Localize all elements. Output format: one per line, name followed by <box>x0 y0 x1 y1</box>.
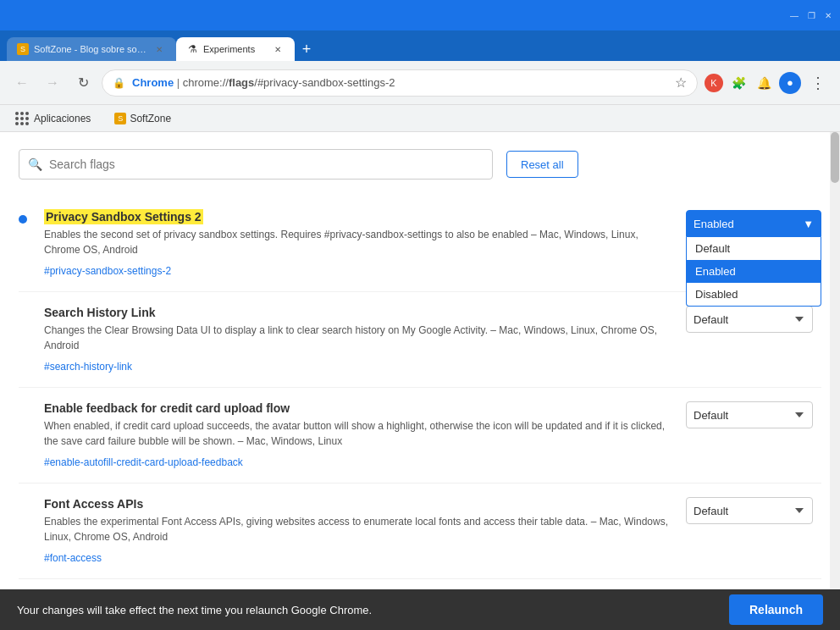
new-tab-button[interactable]: + <box>295 37 318 61</box>
flag-link-credit-card[interactable]: #enable-autofill-credit-card-upload-feed… <box>44 456 243 468</box>
flag-select-font-access[interactable]: Default Enabled Disabled <box>686 497 813 524</box>
window-controls: — ❐ ✕ <box>789 10 833 20</box>
flag-title-credit-card: Enable feedback for credit card upload f… <box>44 401 672 415</box>
tab-favicon-softzone: S <box>17 43 29 55</box>
dropdown-option-enabled[interactable]: Enabled <box>687 260 821 283</box>
flag-dot-col-3 <box>19 401 30 403</box>
flag-dot-privacy-sandbox <box>19 215 27 224</box>
flag-title-search-history: Search History Link <box>44 306 672 319</box>
chrome-menu-button[interactable]: ⋮ <box>806 71 830 95</box>
flag-link-font-access[interactable]: #font-access <box>44 552 102 564</box>
flag-item-privacy-sandbox: Privacy Sandbox Settings 2 Enables the s… <box>19 196 821 292</box>
address-bar[interactable]: 🔒 Chrome | chrome://flags/#privacy-sandb… <box>102 69 698 97</box>
extensions-icon[interactable]: 🧩 <box>728 73 749 93</box>
kaspersky-icon[interactable]: K <box>705 74 723 92</box>
address-text: Chrome | chrome://flags/#privacy-sandbox… <box>132 76 668 89</box>
address-url: chrome://flags/#privacy-sandbox-settings… <box>183 76 395 89</box>
scroll-thumb[interactable] <box>831 132 839 183</box>
flag-title-text-privacy-sandbox: Privacy Sandbox Settings 2 <box>44 209 203 224</box>
search-bar-row: 🔍 Reset all <box>19 149 821 180</box>
search-icon: 🔍 <box>28 158 42 171</box>
reload-button[interactable]: ↻ <box>71 71 95 95</box>
flag-control-privacy-sandbox: Enabled ▼ Default Enabled Disabled <box>686 210 821 237</box>
title-bar: — ❐ ✕ <box>0 0 840 30</box>
flag-content-font-access: Font Access APIs Enables the experimenta… <box>44 497 672 565</box>
flag-desc-search-history: Changes the Clear Browsing Data UI to di… <box>44 323 672 353</box>
bookmark-softzone[interactable]: S SoftZone <box>109 111 176 126</box>
back-button[interactable]: ← <box>10 71 34 95</box>
flag-item-font-access: Font Access APIs Enables the experimenta… <box>19 484 821 579</box>
dropdown-current-value: Enabled <box>694 218 734 230</box>
flag-control-credit-card[interactable]: Default Enabled Disabled <box>686 401 821 428</box>
reset-all-button[interactable]: Reset all <box>506 151 578 178</box>
flag-dropdown-menu-privacy-sandbox: Default Enabled Disabled <box>686 237 821 307</box>
tab-close-softzone[interactable]: ✕ <box>152 42 166 56</box>
flag-select-search-history[interactable]: Default Enabled Disabled <box>686 306 813 333</box>
flag-title-privacy-sandbox: Privacy Sandbox Settings 2 <box>44 210 672 224</box>
flags-container: 🔍 Reset all Privacy Sandbox Settings 2 E… <box>5 132 835 589</box>
tab-label-softzone: SoftZone - Blog sobre software, ... <box>34 44 147 54</box>
restore-button[interactable]: ❐ <box>806 10 816 20</box>
softzone-favicon: S <box>114 113 126 124</box>
flag-desc-credit-card: When enabled, if credit card upload succ… <box>44 418 672 449</box>
address-protocol: Chrome <box>132 76 174 89</box>
dropdown-chevron-icon: ▼ <box>803 218 814 230</box>
flag-control-font-access[interactable]: Default Enabled Disabled <box>686 497 821 524</box>
close-button[interactable]: ✕ <box>823 10 833 20</box>
dropdown-option-disabled[interactable]: Disabled <box>687 283 821 306</box>
tabs-row: S SoftZone - Blog sobre software, ... ✕ … <box>0 30 840 61</box>
flag-content-privacy-sandbox: Privacy Sandbox Settings 2 Enables the s… <box>44 210 672 278</box>
notifications-icon[interactable]: 🔔 <box>754 73 774 93</box>
tab-favicon-experiments: ⚗ <box>186 43 198 55</box>
flag-dropdown-trigger-privacy-sandbox[interactable]: Enabled ▼ <box>686 210 821 237</box>
flag-desc-font-access: Enables the experimental Font Access API… <box>44 514 672 544</box>
tab-close-experiments[interactable]: ✕ <box>271 42 285 56</box>
forward-button[interactable]: → <box>41 71 64 95</box>
dropdown-option-default[interactable]: Default <box>687 237 821 260</box>
minimize-button[interactable]: — <box>789 10 799 20</box>
bottom-message: Your changes will take effect the next t… <box>17 604 372 616</box>
page-content: 🔍 Reset all Privacy Sandbox Settings 2 E… <box>0 132 840 589</box>
tab-softzone[interactable]: S SoftZone - Blog sobre software, ... ✕ <box>7 37 176 61</box>
bookmarks-bar: Aplicaciones S SoftZone <box>0 105 840 132</box>
flag-dot-col <box>19 210 30 224</box>
flag-select-credit-card[interactable]: Default Enabled Disabled <box>686 401 813 428</box>
bookmark-apps[interactable]: Aplicaciones <box>10 110 96 127</box>
address-separator: | <box>177 76 183 89</box>
bookmark-apps-label: Aplicaciones <box>34 113 91 124</box>
search-input-wrapper[interactable]: 🔍 <box>19 149 493 180</box>
address-bar-row: ← → ↻ 🔒 Chrome | chrome://flags/#privacy… <box>0 61 840 105</box>
flag-desc-privacy-sandbox: Enables the second set of privacy sandbo… <box>44 227 672 257</box>
flag-title-font-access: Font Access APIs <box>44 497 672 511</box>
address-actions: K 🧩 🔔 ● ⋮ <box>705 71 830 95</box>
flag-item-credit-card: Enable feedback for credit card upload f… <box>19 388 821 484</box>
profile-icon[interactable]: ● <box>779 72 801 94</box>
bookmark-icon[interactable]: ☆ <box>675 75 687 91</box>
title-bar-spacer <box>7 9 16 22</box>
flag-control-search-history[interactable]: Default Enabled Disabled <box>686 306 821 333</box>
bottom-notification-bar: Your changes will take effect the next t… <box>0 589 840 630</box>
bookmark-softzone-label: SoftZone <box>130 113 171 124</box>
flag-content-credit-card: Enable feedback for credit card upload f… <box>44 401 672 469</box>
tab-label-experiments: Experiments <box>203 44 266 54</box>
flag-link-search-history[interactable]: #search-history-link <box>44 361 132 373</box>
page-scrollbar[interactable] <box>830 132 840 589</box>
search-input[interactable] <box>49 158 484 171</box>
flag-link-privacy-sandbox[interactable]: #privacy-sandbox-settings-2 <box>44 265 171 277</box>
relaunch-button[interactable]: Relaunch <box>729 594 823 625</box>
flag-dot-col-4 <box>19 497 30 499</box>
tab-experiments[interactable]: ⚗ Experiments ✕ <box>176 37 295 61</box>
flag-dot-col-2 <box>19 306 30 307</box>
apps-icon <box>15 112 29 125</box>
flag-content-search-history: Search History Link Changes the Clear Br… <box>44 306 672 373</box>
lock-icon: 🔒 <box>113 77 125 89</box>
